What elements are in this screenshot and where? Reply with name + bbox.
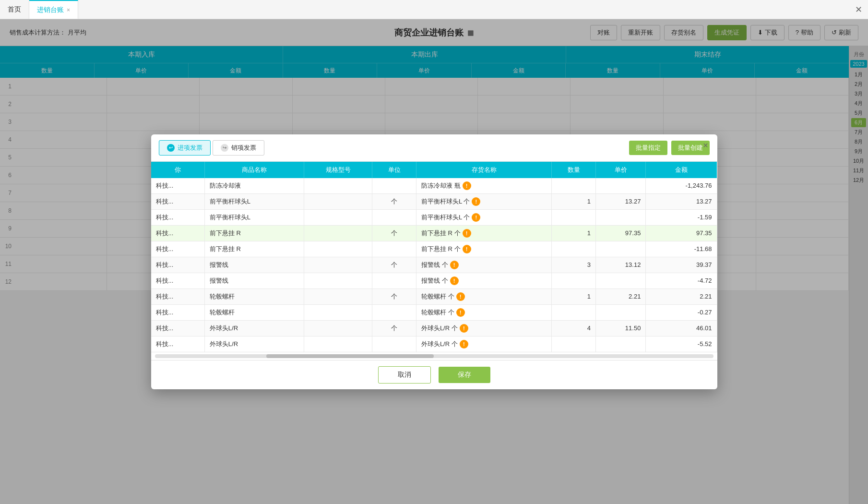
warning-icon: ! <box>460 324 468 333</box>
table-cell: 前平衡杆球头L <box>204 209 304 225</box>
table-cell: 轮毂螺杆 <box>204 288 304 304</box>
table-cell: 个 <box>372 193 416 209</box>
table-cell <box>595 241 645 257</box>
table-row: 科技...轮毂螺杆轮毂螺杆 个!-0.27 <box>151 304 717 320</box>
tab-close-icon[interactable]: × <box>67 7 70 13</box>
table-cell <box>552 209 596 225</box>
table-cell: 4 <box>552 320 596 336</box>
th-unit-price: 单价 <box>595 162 645 178</box>
table-header-row: 你 商品名称 规格型号 单位 存货名称 数量 单价 金额 <box>151 162 717 178</box>
th-spec: 规格型号 <box>304 162 372 178</box>
home-label: 首页 <box>8 5 21 14</box>
table-cell <box>304 193 372 209</box>
warning-icon: ! <box>463 181 471 190</box>
table-cell <box>304 241 372 257</box>
table-cell: 科技... <box>151 336 205 352</box>
table-cell <box>372 209 416 225</box>
main-content: 销售成本计算方法： 月平均 商贸企业进销台账 ▦ 对账 重新开账 存货别名 生成… <box>0 19 868 504</box>
th-inventory-name: 存货名称 <box>416 162 551 178</box>
table-cell: 前平衡杆球头L 个! <box>416 194 552 209</box>
horizontal-scrollbar[interactable] <box>155 354 713 358</box>
table-cell: 46.01 <box>646 320 717 336</box>
table-cell: -11.68 <box>646 241 717 257</box>
table-cell: 13.27 <box>595 193 645 209</box>
warning-icon: ! <box>460 340 468 348</box>
modal-tabs: ↩ 进项发票 ↪ 销项发票 <box>159 140 264 156</box>
window-close-button[interactable]: ✕ <box>849 0 868 19</box>
table-cell <box>304 225 372 241</box>
table-cell: 个 <box>372 257 416 273</box>
table-cell: 科技... <box>151 304 205 320</box>
table-cell <box>595 273 645 288</box>
table-cell <box>372 273 416 288</box>
table-cell: 1 <box>552 225 596 241</box>
table-cell: -0.27 <box>646 304 717 320</box>
table-row: 科技...报警线个报警线 个!313.1239.37 <box>151 257 717 273</box>
table-cell: 防冻冷却液 瓶! <box>416 178 552 193</box>
modal-footer: 取消 保存 <box>151 360 717 389</box>
table-cell <box>372 336 416 352</box>
table-cell: 前下悬挂 R <box>204 225 304 241</box>
table-cell: 轮毂螺杆 个! <box>416 305 552 320</box>
table-cell: 报警线 个! <box>416 273 552 288</box>
table-cell: 前平衡杆球头L 个! <box>416 210 552 225</box>
table-cell: 2.21 <box>595 288 645 304</box>
outgoing-tab-label: 销项发票 <box>231 144 256 152</box>
table-cell: 3 <box>552 257 596 273</box>
table-cell <box>595 178 645 194</box>
top-bar: 首页 进销台账 × ✕ <box>0 0 868 19</box>
table-row: 科技...前下悬挂 R个前下悬挂 R 个!197.3597.35 <box>151 225 717 241</box>
table-cell: 1 <box>552 288 596 304</box>
tab-outgoing-invoice[interactable]: ↪ 销项发票 <box>213 140 264 156</box>
modal-close-button[interactable]: × <box>700 140 712 152</box>
table-cell <box>304 257 372 273</box>
warning-icon: ! <box>463 245 471 253</box>
modal-body[interactable]: 你 商品名称 规格型号 单位 存货名称 数量 单价 金额 科技...防冻冷却液防… <box>151 162 717 360</box>
table-cell <box>372 304 416 320</box>
table-cell <box>304 288 372 304</box>
table-cell: 轮毂螺杆 <box>204 304 304 320</box>
warning-icon: ! <box>472 213 480 222</box>
table-cell: 科技... <box>151 209 205 225</box>
tab-active[interactable]: 进销台账 × <box>29 0 78 19</box>
table-cell: 科技... <box>151 241 205 257</box>
tab-incoming-invoice[interactable]: ↩ 进项发票 <box>159 140 211 156</box>
table-cell: -4.72 <box>646 273 717 288</box>
table-cell: 轮毂螺杆 个! <box>416 289 552 304</box>
table-cell: 科技... <box>151 178 205 194</box>
table-cell <box>552 336 596 352</box>
tab-home[interactable]: 首页 <box>0 0 29 19</box>
table-cell <box>372 241 416 257</box>
batch-assign-button[interactable]: 批量指定 <box>629 141 667 155</box>
table-cell <box>552 273 596 288</box>
save-button[interactable]: 保存 <box>439 367 490 383</box>
table-cell: 13.12 <box>595 257 645 273</box>
table-cell: 1 <box>552 193 596 209</box>
table-cell: 前平衡杆球头L <box>204 193 304 209</box>
table-cell: 外球头L/R <box>204 336 304 352</box>
incoming-tab-icon: ↩ <box>167 144 175 152</box>
table-cell: 报警线 个! <box>416 257 552 273</box>
table-row: 科技...前下悬挂 R前下悬挂 R 个!-11.68 <box>151 241 717 257</box>
table-cell: 前下悬挂 R <box>204 241 304 257</box>
cancel-button[interactable]: 取消 <box>378 366 431 384</box>
table-row: 科技...前平衡杆球头L前平衡杆球头L 个!-1.59 <box>151 209 717 225</box>
window-close-icon: ✕ <box>855 4 862 15</box>
table-cell: 外球头L/R 个! <box>416 336 552 352</box>
table-cell <box>304 304 372 320</box>
table-row: 科技...外球头L/R个外球头L/R 个!411.5046.01 <box>151 320 717 336</box>
table-cell: 科技... <box>151 273 205 288</box>
invoice-modal: ↩ 进项发票 ↪ 销项发票 批量指定 批量创建 × <box>151 134 717 389</box>
th-company: 你 <box>151 162 205 178</box>
table-cell: 报警线 <box>204 257 304 273</box>
table-row: 科技...报警线报警线 个!-4.72 <box>151 273 717 288</box>
table-row: 科技...轮毂螺杆个轮毂螺杆 个!12.212.21 <box>151 288 717 304</box>
incoming-tab-label: 进项发票 <box>178 144 202 152</box>
table-cell <box>372 178 416 194</box>
table-cell <box>304 178 372 194</box>
table-cell: 2.21 <box>646 288 717 304</box>
table-cell: 科技... <box>151 193 205 209</box>
table-cell: 39.37 <box>646 257 717 273</box>
table-cell: 前下悬挂 R 个! <box>416 241 552 257</box>
scrollbar-thumb[interactable] <box>266 354 434 358</box>
